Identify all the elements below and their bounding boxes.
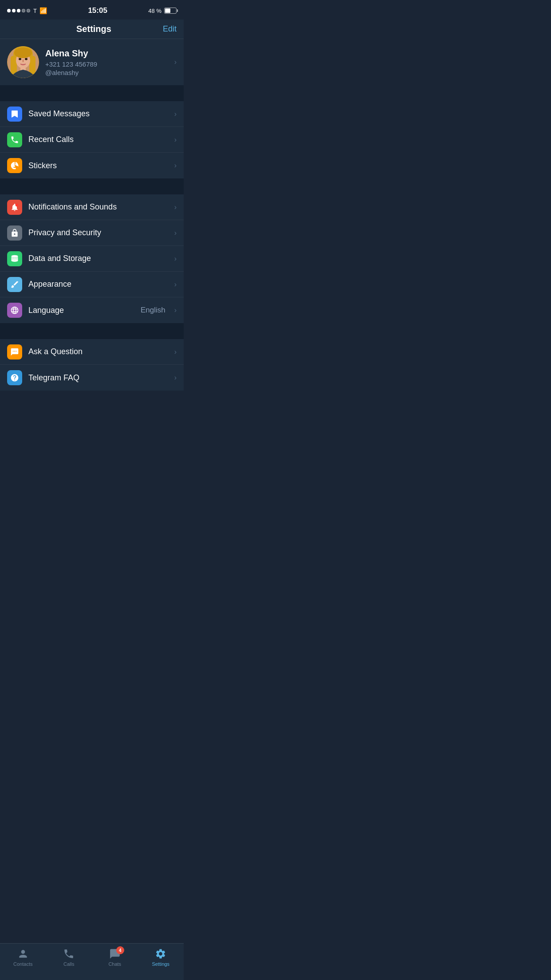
bell-icon: [10, 203, 19, 212]
section-divider-2: [0, 178, 184, 194]
avatar-image: [7, 46, 39, 78]
signal-dot-3: [17, 9, 20, 12]
carrier-label: T: [33, 8, 37, 14]
profile-info: Alena Shy +321 123 456789 @alenashy: [45, 48, 168, 76]
page-title: Settings: [76, 24, 111, 34]
nav-bar: Settings Edit: [0, 20, 184, 39]
signal-dot-4: [22, 9, 25, 12]
stickers-item[interactable]: Stickers ›: [0, 153, 184, 178]
chat-bubble-icon: [10, 348, 19, 356]
appearance-icon: [7, 277, 22, 292]
data-storage-icon: [7, 251, 22, 266]
brush-icon: [10, 280, 19, 289]
phone-icon: [10, 135, 19, 144]
section-divider-3: [0, 323, 184, 339]
profile-username: @alenashy: [45, 69, 168, 76]
saved-messages-label: Saved Messages: [28, 109, 168, 119]
stickers-icon: [7, 158, 22, 173]
signal-dot-5: [27, 9, 30, 12]
svg-point-6: [19, 58, 21, 60]
settings-section-2: Notifications and Sounds › Privacy and S…: [0, 194, 184, 323]
sticker-icon: [10, 161, 19, 170]
recent-calls-icon: [7, 132, 22, 147]
status-right: 48 %: [148, 8, 177, 14]
section-divider-1: [0, 85, 184, 101]
ask-question-label: Ask a Question: [28, 347, 168, 356]
telegram-faq-icon: [7, 370, 22, 385]
profile-section[interactable]: Alena Shy +321 123 456789 @alenashy ›: [0, 39, 184, 85]
lock-icon: [10, 229, 19, 237]
database-icon: [10, 254, 19, 263]
status-left: T 📶: [7, 7, 47, 14]
appearance-item[interactable]: Appearance ›: [0, 272, 184, 297]
recent-calls-label: Recent Calls: [28, 135, 168, 144]
stickers-chevron: ›: [174, 162, 177, 170]
status-bar: T 📶 15:05 48 %: [0, 0, 184, 20]
ask-question-chevron: ›: [174, 348, 177, 356]
notifications-icon: [7, 200, 22, 215]
globe-icon: [10, 306, 19, 315]
telegram-faq-item[interactable]: Telegram FAQ ›: [0, 365, 184, 391]
profile-chevron: ›: [174, 58, 177, 66]
time-display: 15:05: [88, 6, 107, 15]
ask-question-icon: [7, 344, 22, 360]
settings-section-1: Saved Messages › Recent Calls ›: [0, 101, 184, 178]
stickers-label: Stickers: [28, 161, 168, 170]
language-value: English: [141, 306, 165, 315]
bookmark-icon: [10, 110, 19, 119]
data-storage-chevron: ›: [174, 255, 177, 263]
telegram-faq-label: Telegram FAQ: [28, 373, 168, 383]
svg-point-12: [16, 203, 19, 206]
language-icon: [7, 303, 22, 318]
svg-point-11: [15, 164, 16, 165]
profile-phone: +321 123 456789: [45, 60, 168, 68]
battery-fill: [165, 8, 170, 13]
settings-section-3: Ask a Question › Telegram FAQ ›: [0, 339, 184, 391]
data-storage-item[interactable]: Data and Storage ›: [0, 246, 184, 272]
signal-dot-1: [7, 9, 11, 12]
edit-button[interactable]: Edit: [163, 24, 177, 34]
main-content: T 📶 15:05 48 % Settings Edit: [0, 0, 184, 427]
appearance-label: Appearance: [28, 280, 168, 289]
signal-dot-2: [12, 9, 16, 12]
notifications-label: Notifications and Sounds: [28, 202, 168, 212]
language-label: Language: [28, 306, 134, 315]
svg-point-13: [12, 255, 18, 257]
svg-point-10: [13, 164, 14, 165]
saved-messages-chevron: ›: [174, 110, 177, 118]
ask-question-item[interactable]: Ask a Question ›: [0, 339, 184, 365]
battery-bar: [164, 8, 177, 14]
svg-point-7: [25, 58, 28, 60]
privacy-chevron: ›: [174, 229, 177, 237]
language-item[interactable]: Language English ›: [0, 297, 184, 323]
question-icon: [10, 373, 19, 382]
recent-calls-item[interactable]: Recent Calls ›: [0, 127, 184, 153]
signal-dots: [7, 9, 30, 12]
wifi-icon: 📶: [39, 7, 47, 14]
notifications-item[interactable]: Notifications and Sounds ›: [0, 194, 184, 220]
data-storage-label: Data and Storage: [28, 254, 168, 263]
language-chevron: ›: [174, 306, 177, 314]
battery-indicator: [164, 8, 177, 14]
appearance-chevron: ›: [174, 281, 177, 288]
svg-point-9: [14, 47, 32, 58]
avatar: [7, 46, 39, 78]
privacy-icon: [7, 225, 22, 241]
battery-percentage: 48 %: [148, 8, 161, 14]
telegram-faq-chevron: ›: [174, 374, 177, 382]
privacy-item[interactable]: Privacy and Security ›: [0, 220, 184, 246]
recent-calls-chevron: ›: [174, 136, 177, 144]
privacy-label: Privacy and Security: [28, 228, 168, 237]
saved-messages-item[interactable]: Saved Messages ›: [0, 101, 184, 127]
notifications-chevron: ›: [174, 203, 177, 211]
profile-name: Alena Shy: [45, 48, 168, 59]
saved-messages-icon: [7, 107, 22, 122]
